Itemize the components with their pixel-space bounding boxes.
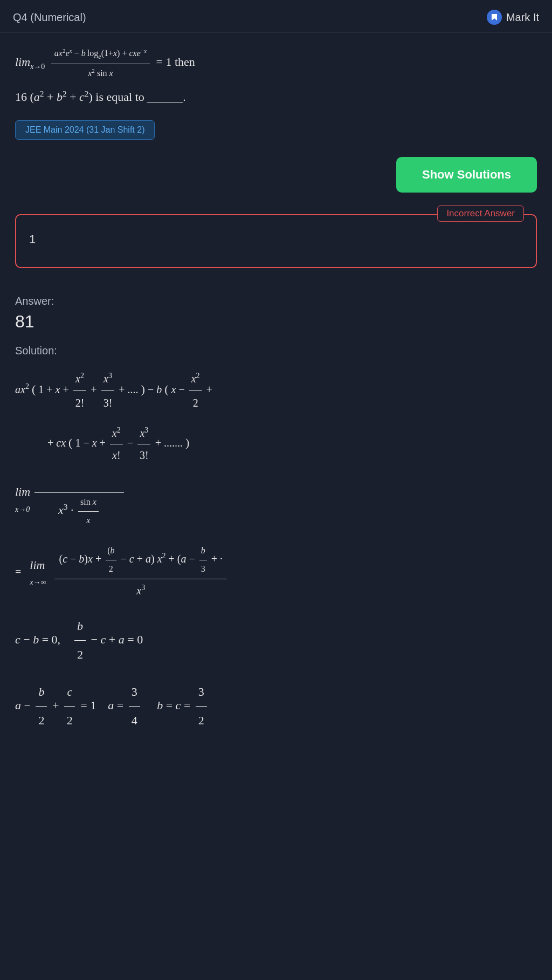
solution-math: ax2 ( 1 + x + x2 2! + x3 3! + .... ) − b…: [15, 368, 537, 734]
exam-tag-badge: JEE Main 2024 (31 Jan Shift 2): [15, 120, 537, 157]
solution-line-1: ax2 ( 1 + x + x2 2! + x3 3! + .... ) − b…: [15, 368, 537, 414]
question-id: Q4 (Numerical): [13, 11, 86, 24]
mark-it-label: Mark It: [506, 11, 539, 24]
solution-label: Solution:: [15, 345, 537, 357]
solution-line-2: + cx ( 1 − x + x2 x! − x3 3! + ....... ): [15, 423, 537, 465]
answer-box-wrapper: Incorrect Answer 1: [15, 214, 537, 268]
solution-conditions: c − b = 0, b 2 − c + a = 0: [15, 613, 537, 668]
answer-label: Answer:: [15, 295, 537, 307]
show-solutions-button[interactable]: Show Solutions: [396, 157, 537, 193]
solution-final: a − b 2 + c 2 = 1 a = 3 4 b = c =: [15, 679, 537, 734]
tag-label: JEE Main 2024 (31 Jan Shift 2): [15, 120, 155, 140]
answer-input-box[interactable]: 1: [15, 214, 537, 268]
incorrect-label: Incorrect Answer: [437, 205, 524, 222]
bookmark-icon: [487, 10, 502, 25]
solution-limit-2: = lim x→∞ (c − b)x + (b 2 − c + a) x2 +: [15, 543, 537, 600]
main-content: limx→0 ax2ex − b loge(1+x) + cxe−x x2 si…: [0, 33, 552, 755]
question-header: Q4 (Numerical) Mark It: [0, 0, 552, 33]
question-math: limx→0 ax2ex − b loge(1+x) + cxe−x x2 si…: [15, 46, 537, 107]
mark-it-button[interactable]: Mark It: [487, 10, 539, 25]
solution-lim-frac: lim x→0 x3 · sin x x: [15, 469, 537, 528]
solution-section: Solution: ax2 ( 1 + x + x2 2! + x3 3! + …: [15, 345, 537, 734]
user-answer-value: 1: [29, 232, 36, 246]
answer-value: 81: [15, 312, 537, 332]
answer-section: Answer: 81: [15, 295, 537, 332]
